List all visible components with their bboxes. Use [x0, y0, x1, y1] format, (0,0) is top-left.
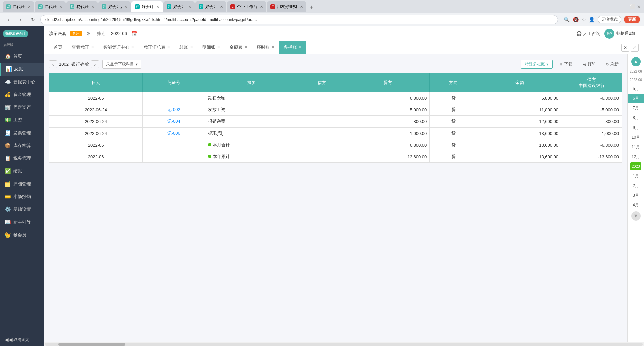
update-button[interactable]: 更新	[624, 16, 640, 23]
month-down-button[interactable]: ▼	[631, 211, 641, 221]
sidebar-item-guide[interactable]: 📖 新手引导	[0, 216, 44, 229]
month-11[interactable]: 11月	[628, 142, 644, 152]
browser-tab-5[interactable]: 好 好会计 ✕	[131, 1, 163, 12]
back-button[interactable]: ‹	[4, 15, 13, 24]
browser-tab-6[interactable]: 好 好会计 ✕	[163, 1, 195, 12]
sidebar-item-salary[interactable]: 💵 工资	[0, 114, 44, 127]
search-icon[interactable]: 🔍	[564, 17, 570, 23]
month-2023-1[interactable]: 1月	[628, 171, 644, 181]
sidebar-item-cloud[interactable]: ☁️ 云报表中心	[0, 76, 44, 88]
browser-tab-2[interactable]: 易 易代账 ✕	[35, 1, 66, 12]
table-row[interactable]: 2022-06-24记-006提现[预]1,000.00贷13,600.00-1…	[49, 128, 622, 139]
tab-view-voucher-close[interactable]: ✕	[91, 45, 94, 49]
browser-tab-1[interactable]: 易 易代账 ✕	[3, 1, 34, 12]
consultant-button[interactable]: 🎧 人工咨询	[576, 31, 600, 37]
profile-icon[interactable]: 👤	[589, 17, 595, 23]
month-2023-3[interactable]: 3月	[628, 191, 644, 200]
table-row[interactable]: 2022-06-24记-002发放工资5,000.00贷11,800.00-5,…	[49, 104, 622, 116]
tab-4-close[interactable]: ✕	[124, 5, 127, 9]
month-9[interactable]: 9月	[628, 123, 644, 133]
browser-tab-8[interactable]: C 企业工作台 ✕	[227, 1, 266, 12]
minimize-button[interactable]: ─	[623, 4, 628, 9]
tab-9-close[interactable]: ✕	[300, 5, 303, 9]
url-input[interactable]: cloud2.chanjet.com/accounting/uh26t264j5…	[40, 15, 558, 24]
tab-smart-voucher-close[interactable]: ✕	[131, 45, 134, 49]
close-button[interactable]: ✕	[637, 4, 641, 9]
sidebar-item-home[interactable]: 🏠 首页	[0, 50, 44, 63]
sidebar-item-closing[interactable]: ✅ 结账	[0, 165, 44, 178]
expand-tab-button[interactable]: ⤢	[631, 44, 639, 52]
sidebar-item-fund[interactable]: 💰 资金管理	[0, 88, 44, 101]
unpin-button[interactable]: ◀◀ 取消固定	[0, 333, 44, 346]
sidebar-item-expense[interactable]: 💳 小畅报销	[0, 190, 44, 203]
browser-tab-3[interactable]: 易 易代账 ✕	[66, 1, 98, 12]
tab-detail-ledger[interactable]: 明细账 ✕	[198, 41, 225, 54]
collapse-tab-button[interactable]: ✕	[621, 44, 629, 52]
month-8[interactable]: 8月	[628, 113, 644, 123]
prev-account-button[interactable]: ‹	[49, 60, 57, 68]
tab-5-close[interactable]: ✕	[156, 5, 159, 9]
tab-view-voucher[interactable]: 查看凭证 ✕	[67, 41, 99, 54]
tab-2-close[interactable]: ✕	[59, 5, 62, 9]
sidebar-item-ledger[interactable]: 📊 总账	[0, 63, 44, 76]
horizontal-scrollbar[interactable]	[44, 342, 644, 346]
tab-6-close[interactable]: ✕	[188, 5, 191, 9]
download-button[interactable]: ⬇ 下载	[556, 60, 576, 68]
calendar-icon[interactable]: 📅	[132, 31, 138, 36]
sidebar-item-tax[interactable]: 📋 税务管理	[0, 152, 44, 165]
sidebar-item-invoice[interactable]: 🧾 发票管理	[0, 127, 44, 139]
sidebar-item-settings[interactable]: ⚙️ 基础设置	[0, 203, 44, 216]
sidebar-item-inventory[interactable]: 📦 库存核算	[0, 139, 44, 152]
month-5[interactable]: 5月	[628, 84, 644, 94]
month-2023-2[interactable]: 2月	[628, 181, 644, 191]
stealth-mode-button[interactable]: 无痕模式	[598, 16, 621, 23]
tab-general-ledger[interactable]: 总账 ✕	[175, 41, 198, 54]
tab-voucher-summary-close[interactable]: ✕	[167, 45, 170, 49]
tab-sequence-close[interactable]: ✕	[271, 45, 274, 49]
tab-3-close[interactable]: ✕	[91, 5, 94, 9]
print-button[interactable]: 🖨 打印	[579, 60, 599, 68]
cell-voucher[interactable]: 记-002	[143, 104, 205, 116]
forward-button[interactable]: ›	[16, 15, 25, 24]
bookmark-icon[interactable]: ☆	[582, 17, 586, 23]
tab-balance[interactable]: 余额表 ✕	[225, 41, 252, 54]
voucher-link[interactable]: 记-006	[167, 131, 180, 136]
voucher-link[interactable]: 记-002	[167, 107, 180, 112]
filter-button[interactable]: 只显示下级科目 ▾	[102, 60, 141, 69]
tab-voucher-summary[interactable]: 凭证汇总表 ✕	[139, 41, 175, 54]
tab-multi-column[interactable]: 多栏账 ✕	[279, 41, 306, 54]
tab-general-ledger-close[interactable]: ✕	[190, 45, 193, 49]
tab-8-close[interactable]: ✕	[260, 5, 263, 9]
month-12[interactable]: 12月	[628, 152, 644, 162]
month-up-button[interactable]: ▲	[631, 57, 641, 66]
month-2023-4[interactable]: 4月	[628, 200, 644, 210]
next-account-button[interactable]: ›	[91, 60, 99, 68]
reader-icon[interactable]: 🔇	[573, 17, 579, 23]
tab-balance-close[interactable]: ✕	[244, 45, 247, 49]
cell-voucher[interactable]: 记-004	[143, 116, 205, 128]
restore-button[interactable]: ⬜	[630, 4, 635, 9]
reload-button[interactable]: ↻	[28, 15, 38, 24]
month-6[interactable]: 6月	[628, 94, 644, 103]
tab-sequence[interactable]: 序时账 ✕	[252, 41, 279, 54]
special-multi-column-button[interactable]: 特殊多栏账 ▾	[521, 60, 553, 69]
month-7[interactable]: 7月	[628, 103, 644, 113]
tab-detail-ledger-close[interactable]: ✕	[217, 45, 220, 49]
table-row[interactable]: 2022-06-24记-004报销杂费800.00贷12,600.00-800.…	[49, 116, 622, 128]
table-row[interactable]: 2022-06本年累计13,600.00贷13,600.00-13,600.00	[49, 151, 622, 163]
tab-smart-voucher[interactable]: 智能凭证中心 ✕	[99, 41, 139, 54]
settings-gear-icon[interactable]: ⚙	[86, 31, 90, 37]
cell-voucher[interactable]: 记-006	[143, 128, 205, 139]
new-tab-button[interactable]: +	[307, 3, 316, 12]
voucher-link[interactable]: 记-004	[167, 119, 180, 124]
month-10[interactable]: 10月	[628, 133, 644, 142]
sidebar-item-assets[interactable]: 🏢 固定资产	[0, 101, 44, 114]
scrollbar-thumb[interactable]	[58, 343, 125, 346]
tab-1-close[interactable]: ✕	[28, 5, 31, 9]
tab-7-close[interactable]: ✕	[220, 5, 223, 9]
table-row[interactable]: 2022-06本月合计6,800.00贷13,600.00-6,800.00	[49, 139, 622, 151]
refresh-button[interactable]: ↺ 刷新	[602, 60, 622, 68]
sidebar-item-membership[interactable]: 👑 畅会员	[0, 229, 44, 241]
tab-multi-column-close[interactable]: ✕	[299, 45, 302, 49]
tab-home[interactable]: 首页	[49, 41, 67, 54]
